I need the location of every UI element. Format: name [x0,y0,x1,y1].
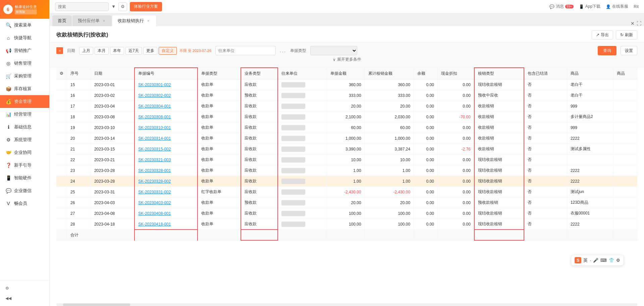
user-info[interactable]: Rit [634,4,639,9]
sidebar-collapse-btn[interactable]: ◀◀ [0,293,49,303]
sidebar-item-guide[interactable]: ❓新手引导 [0,159,49,172]
sidebar-item-hardware[interactable]: 📱智能硬件 [0,172,49,184]
query-btn[interactable]: 查询 [598,46,616,55]
th-unit: 往来单位 [278,68,327,79]
bill-no-link[interactable]: SK-20230315-002 [138,147,171,151]
cell-discount: 0.00 [438,197,474,208]
enterprise-icon: 🤝 [5,150,11,155]
date-btn-thismonth[interactable]: 本月 [95,47,109,55]
sidebar-item-system[interactable]: ⚙系统管理 [0,133,49,146]
sidebar-item-search[interactable]: 🔍搜索菜单 [0,19,49,32]
topbar-search-input[interactable] [55,2,109,11]
cell-goods2 [613,90,637,101]
cell-balance: 0.00 [414,219,438,230]
cell-goods: 123D商品 [567,197,613,208]
cell-goods: 测试多属性 [567,144,613,155]
bill-no-link[interactable]: SK-20230328-001 [138,168,171,173]
cell-bill-type: 收款单 [198,79,241,90]
sidebar-item-member[interactable]: V畅会员 [0,197,49,210]
th-gear[interactable]: ⚙ [56,68,67,79]
basics-icon: ℹ [5,124,11,130]
bill-no-link[interactable]: SK-20230403-002 [138,200,171,205]
cell-biz-type: 应收款 [241,122,278,133]
tab-preapply-close[interactable]: × [102,18,106,23]
cell-writeoff-type: 现结收款核销 [474,219,524,230]
cell-bill-type: 收款单 [198,176,241,187]
sidebar-item-sales[interactable]: ◎销售管理 [0,57,49,70]
refresh-btn[interactable]: ↻ 刷新 [616,30,637,40]
date-btn-more[interactable]: 更多 [143,47,157,55]
sidebar-item-purchase[interactable]: 🛒采购管理 [0,70,49,82]
bill-no-link[interactable]: SK-20230301-002 [138,82,171,87]
scrollbar-thumb[interactable] [63,303,130,306]
bill-no-link[interactable]: SK-20230302-002 [138,93,171,98]
sidebar-item-finance[interactable]: 💰资金管理 [0,95,49,108]
industry-btn[interactable]: 体验行业方案 [130,2,162,11]
sidebar-item-label: 畅会员 [14,200,27,206]
hardware-icon: 📱 [5,175,11,181]
online-service-btn[interactable]: 👤 在线客服 [606,4,628,9]
messages-btn[interactable]: 💬 消息 99+ [549,4,574,9]
sidebar-item-label: 快捷导航 [14,35,32,41]
tab-collection-close[interactable]: × [146,18,151,23]
cell-unit: ██████ [278,101,327,112]
cell-amount: 100.00 [327,219,365,230]
sidebar-item-quicknav[interactable]: ⌂快捷导航 [0,32,49,44]
horizontal-scrollbar[interactable] [56,303,637,306]
cell-writeoff: 100.00 [365,208,414,219]
sidebar-item-inventory[interactable]: 📦库存核算 [0,82,49,95]
bill-no-link[interactable]: SK-20230321-003 [138,158,171,162]
cell-include-settled: 否 [524,219,567,230]
cell-bill-no: SK-20230314-001 [135,133,198,144]
cell-goods2 [613,165,637,176]
operations-icon: 📊 [5,112,11,117]
sidebar-item-marketing[interactable]: 📢营销推广 [0,44,49,57]
cell-no: 17 [67,101,91,112]
bill-no-link[interactable]: SK-20230308-001 [138,115,171,119]
close-all-tabs-btn[interactable]: ✕ [631,21,635,26]
sidebar-item-operations[interactable]: 📊经营管理 [0,108,49,121]
member-icon: V [5,201,11,206]
topbar-gear-btn[interactable]: ⚙ [118,2,127,11]
bill-no-link[interactable]: SK-20230331-002 [138,190,171,194]
cell-no: 28 [67,219,91,230]
tab-collection[interactable]: 收款核销执行 × [112,15,156,26]
cell-amount: 100.00 [327,208,365,219]
expand-btn[interactable]: ∨ 展开更多条件 [333,57,361,62]
unit-filter-more-btn[interactable]: ... [280,48,286,54]
date-btn-custom[interactable]: 自定义 [159,47,177,55]
cell-discount: 0.00 [438,90,474,101]
th-amount: 单据金额 [327,68,365,79]
cell-goods: 测试jun [567,187,613,197]
sidebar-item-enterprise[interactable]: 🤝企业协同 [0,146,49,159]
bill-no-link[interactable]: SK-20230310-001 [138,125,171,130]
sidebar-item-wechat[interactable]: 💬企业微信 [0,184,49,197]
cell-balance: 0.00 [414,101,438,112]
maximize-btn[interactable]: ⛶ [637,21,641,26]
export-btn[interactable]: ↗ 导出 [592,30,613,40]
cell-biz-type: 应收款 [241,144,278,155]
cell-writeoff-type: 预收款核销 [474,197,524,208]
bill-no-link[interactable]: SK-20230304-001 [138,104,171,109]
sidebar-settings-btn[interactable]: ⚙ [0,283,49,293]
filter-settings-btn[interactable]: 设置 [621,46,637,55]
bill-type-select[interactable] [310,46,357,55]
unit-filter-input[interactable] [215,46,276,55]
bill-no-link[interactable]: SK-20230408-001 [138,211,171,216]
tab-home[interactable]: 首页 [52,15,72,26]
cell-date: 2023-04-08 [91,208,135,219]
tab-preapply[interactable]: 预付应付单 × [72,15,112,26]
date-btn-thisyear[interactable]: 本年 [110,47,124,55]
bill-no-link[interactable]: SK-20230314-001 [138,136,171,141]
sidebar-item-basics[interactable]: ℹ基础信息 [0,121,49,133]
cell-writeoff: 1.00 [365,165,414,176]
bill-no-link[interactable]: SK-20230418-001 [138,222,171,227]
topbar-dropdown-btn[interactable]: ▼ [111,2,116,11]
date-btn-7days[interactable]: 近7天 [125,47,142,55]
filter-toggle-btn[interactable]: » [56,47,63,54]
bill-no-link[interactable]: SK-20230328-002 [138,179,171,184]
app-download-btn[interactable]: 📱 App下载 [579,4,600,9]
date-btn-lastmonth[interactable]: 上月 [79,47,93,55]
sidebar-item-label: 企业协同 [14,149,32,156]
cell-bill-no: SK-20230304-001 [135,101,198,112]
